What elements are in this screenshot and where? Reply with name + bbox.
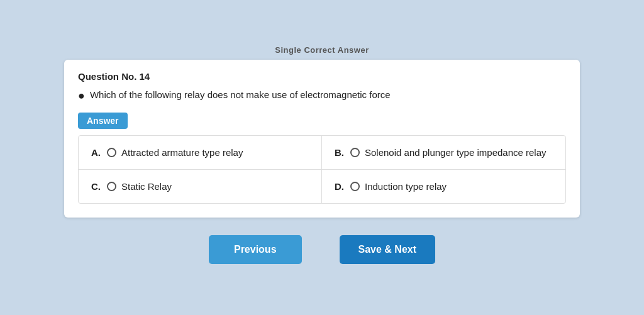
- save-next-button[interactable]: Save & Next: [340, 235, 436, 264]
- option-b-text: Solenoid and plunger type impedance rela…: [365, 147, 547, 158]
- top-bar: Single Correct Answer: [64, 45, 580, 55]
- question-body: Which of the following relay does not ma…: [90, 89, 391, 100]
- option-b-label: B.: [335, 147, 344, 158]
- option-d[interactable]: D. Induction type relay: [322, 170, 565, 203]
- option-a-text: Attracted armature type relay: [121, 147, 243, 158]
- bullet-icon: ●: [78, 90, 85, 101]
- option-a[interactable]: A. Attracted armature type relay: [79, 136, 322, 170]
- option-a-label: A.: [91, 147, 101, 158]
- top-bar-text: Single Correct Answer: [275, 45, 369, 55]
- option-c-text: Static Relay: [121, 181, 172, 192]
- option-d-text: Induction type relay: [365, 181, 447, 192]
- answer-label: Answer: [78, 113, 128, 129]
- page-wrapper: Single Correct Answer Question No. 14 ● …: [0, 33, 644, 283]
- question-number: Question No. 14: [78, 71, 566, 82]
- option-a-radio[interactable]: [107, 148, 116, 157]
- option-c-label: C.: [91, 181, 101, 192]
- option-d-label: D.: [335, 181, 344, 192]
- options-grid: A. Attracted armature type relay B. Sole…: [78, 135, 566, 204]
- option-c[interactable]: C. Static Relay: [79, 170, 322, 203]
- option-d-radio[interactable]: [350, 182, 360, 191]
- buttons-row: Previous Save & Next: [64, 235, 580, 264]
- question-card: Question No. 14 ● Which of the following…: [64, 60, 580, 218]
- option-b[interactable]: B. Solenoid and plunger type impedance r…: [322, 136, 565, 170]
- previous-button[interactable]: Previous: [209, 235, 302, 264]
- option-c-radio[interactable]: [107, 182, 116, 191]
- option-b-radio[interactable]: [350, 148, 360, 157]
- question-text: ● Which of the following relay does not …: [78, 89, 566, 101]
